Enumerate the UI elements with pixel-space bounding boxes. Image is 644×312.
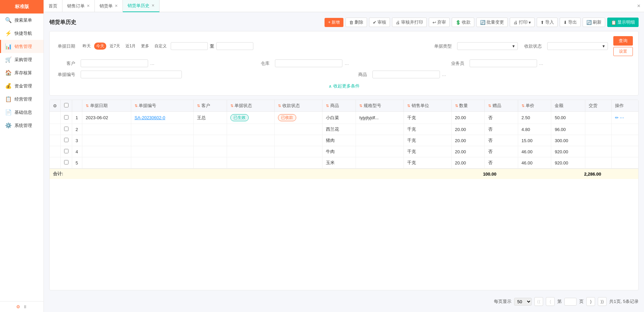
- doc-no-input[interactable]: [81, 71, 182, 78]
- first-page-btn[interactable]: ⟨⟨: [534, 297, 543, 306]
- row-checkbox[interactable]: [64, 115, 68, 120]
- collapse-up-icon: ∧: [329, 84, 332, 89]
- sidebar-item-quick-nav[interactable]: ⚡ 快捷导航: [0, 27, 44, 40]
- sidebar-item-finance[interactable]: 💰 资金管理: [0, 79, 44, 93]
- col-docstatus[interactable]: ⇅ 单据状态: [227, 100, 275, 112]
- col-price[interactable]: ⇅ 单价: [518, 100, 551, 112]
- customer-input[interactable]: [81, 59, 148, 67]
- salesperson-more-icon[interactable]: …: [539, 61, 543, 66]
- collect-button[interactable]: 💲 收款: [452, 18, 474, 27]
- next-page-btn[interactable]: ⟩: [586, 297, 595, 306]
- refresh-button[interactable]: 🔄 刷新: [583, 18, 605, 27]
- date-from-input[interactable]: 2023-06-02: [171, 42, 208, 50]
- cell-docno[interactable]: [131, 157, 193, 168]
- row-checkbox[interactable]: [64, 127, 68, 131]
- cell-docno[interactable]: [131, 146, 193, 157]
- sidebar-item-purchase[interactable]: 🛒 采购管理: [0, 53, 44, 66]
- salesperson-input[interactable]: [470, 59, 537, 67]
- prev-page-btn[interactable]: ⟨: [546, 297, 555, 306]
- col-unit[interactable]: ⇅ 销售单位: [403, 100, 451, 112]
- per-page-select[interactable]: 50 100 200: [514, 298, 532, 306]
- sidebar-collapse-icon[interactable]: ⏸: [23, 304, 27, 309]
- sidebar-item-stock[interactable]: 🏠 库存核算: [0, 66, 44, 79]
- cell-checkbox[interactable]: [61, 124, 72, 135]
- col-date[interactable]: ⇅ 单据日期: [82, 100, 131, 112]
- query-button[interactable]: 查询: [613, 36, 633, 46]
- sidebar-item-search-menu[interactable]: 🔍 搜索菜单: [0, 14, 44, 27]
- tab-bar-close[interactable]: ✕: [637, 3, 644, 8]
- audit-button[interactable]: ✔ 审核: [369, 18, 390, 27]
- delete-button[interactable]: 🗑 删除: [345, 18, 367, 27]
- cell-paystatus: [275, 135, 323, 146]
- row-checkbox[interactable]: [64, 138, 68, 142]
- row-checkbox[interactable]: [64, 160, 68, 164]
- shortcut-custom[interactable]: 自定义: [152, 43, 169, 50]
- shortcut-more[interactable]: 更多: [139, 43, 151, 50]
- current-page-input[interactable]: 1: [564, 298, 577, 306]
- goods-more-icon[interactable]: …: [442, 72, 446, 77]
- cell-docno[interactable]: [131, 124, 193, 135]
- more-action[interactable]: ⋯: [620, 115, 624, 120]
- select-all-checkbox[interactable]: [64, 103, 68, 107]
- tab-sales-order-close[interactable]: ✕: [87, 4, 90, 8]
- col-docno[interactable]: ⇅ 单据编号: [131, 100, 193, 112]
- tab-sales-delivery-close[interactable]: ✕: [115, 4, 118, 8]
- pay-status-select[interactable]: ▾: [547, 42, 608, 50]
- warehouse-input[interactable]: [275, 59, 342, 67]
- col-goods[interactable]: ⇅ 商品: [323, 100, 356, 112]
- cell-checkbox[interactable]: [61, 157, 72, 168]
- discard-button[interactable]: ↩ 弃审: [429, 18, 450, 27]
- shortcut-yesterday[interactable]: 昨天: [81, 43, 93, 50]
- batch-change-button[interactable]: 🔄 批量变更: [476, 18, 508, 27]
- customer-more-icon[interactable]: …: [150, 61, 155, 66]
- collapse-btn[interactable]: ∧ 收起更多条件: [55, 82, 633, 90]
- filter-row-2: 客户 … 仓库 … 业务员 …: [55, 59, 633, 67]
- row-checkbox[interactable]: [64, 149, 68, 153]
- tab-sales-history[interactable]: 销货单历史 ✕: [123, 0, 160, 12]
- sidebar-settings-icon[interactable]: ⚙: [16, 304, 20, 309]
- col-paystatus[interactable]: ⇅ 收款状态: [275, 100, 323, 112]
- basic-icon: 📄: [5, 109, 12, 115]
- sidebar-item-operation[interactable]: 📋 经营管理: [0, 93, 44, 106]
- cell-rowno: 5: [72, 157, 82, 168]
- col-gift[interactable]: ⇅ 赠品: [485, 100, 518, 112]
- sales-icon: 📊: [5, 43, 12, 50]
- audit-print-button[interactable]: 🖨 审核并打印: [392, 18, 427, 27]
- import-button[interactable]: ⬆ 导入: [537, 18, 558, 27]
- shortcut-1month[interactable]: 近1月: [123, 43, 138, 50]
- tab-sales-delivery[interactable]: 销货单 ✕: [95, 0, 123, 12]
- warehouse-more-icon[interactable]: …: [344, 61, 349, 66]
- setup-button[interactable]: 设置: [613, 47, 633, 56]
- col-spec[interactable]: ⇅ 规格型号: [356, 100, 404, 112]
- cell-checkbox[interactable]: [61, 112, 72, 124]
- sidebar-item-sales[interactable]: 📊 销售管理: [0, 40, 44, 53]
- cell-price: 46.00: [518, 146, 551, 157]
- print-button[interactable]: 🖨 打印 ▾: [510, 18, 535, 27]
- cell-rowno: 4: [72, 146, 82, 157]
- sidebar-item-basic[interactable]: 📄 基础信息: [0, 106, 44, 119]
- new-button[interactable]: + 新增: [325, 18, 343, 27]
- tab-sales-history-close[interactable]: ✕: [151, 3, 155, 8]
- sidebar-item-system[interactable]: ⚙️ 系统管理: [0, 119, 44, 132]
- col-checkbox[interactable]: [61, 100, 72, 112]
- col-gear[interactable]: ⚙: [50, 100, 61, 112]
- doc-type-select[interactable]: ▾: [457, 42, 518, 50]
- cell-checkbox[interactable]: [61, 146, 72, 157]
- cell-docno[interactable]: [131, 135, 193, 146]
- col-customer[interactable]: ⇅ 客户: [194, 100, 227, 112]
- cell-actions: [611, 146, 638, 157]
- tab-home[interactable]: 首页: [44, 0, 62, 12]
- shortcut-7days[interactable]: 近7天: [108, 43, 122, 50]
- shortcut-today[interactable]: 今天: [94, 43, 106, 50]
- tab-sales-order[interactable]: 销售订单 ✕: [62, 0, 95, 12]
- cell-docno[interactable]: SA-20230602-0: [131, 112, 193, 124]
- cell-checkbox[interactable]: [61, 135, 72, 146]
- date-to-input[interactable]: 2023-06-02: [216, 42, 253, 50]
- show-detail-button[interactable]: 📋 显示明细: [607, 18, 639, 27]
- last-page-btn[interactable]: ⟩⟩: [598, 297, 607, 306]
- export-button[interactable]: ⬇ 导出: [560, 18, 581, 27]
- edit-action[interactable]: ✏: [615, 115, 619, 120]
- goods-input[interactable]: [372, 71, 440, 78]
- col-qty[interactable]: ⇅ 数量: [451, 100, 485, 112]
- table-row: 3 猪肉 千克 20.00 否 15.00 300.00: [50, 135, 638, 146]
